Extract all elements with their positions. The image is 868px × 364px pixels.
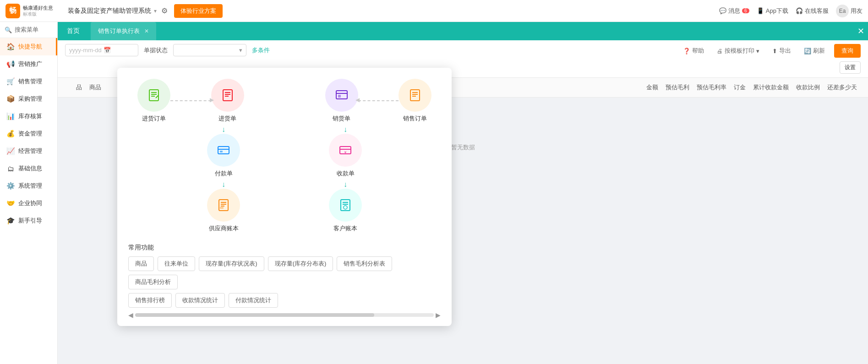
top-right: 💬 消息 6 📱 App下载 🎧 在线客服 Ea 用友 — [719, 5, 863, 17]
supplier-ledger-icon — [207, 189, 240, 222]
scroll-track[interactable] — [135, 313, 434, 317]
arrow-down-sb: ↓ — [329, 125, 362, 134]
enterprise-icon: 🤝 — [6, 199, 15, 207]
receipt-icon: ¥ — [329, 134, 362, 167]
func-btn-goods[interactable]: 商品 — [128, 256, 154, 271]
scroll-right-btn[interactable]: ▶ — [436, 311, 441, 319]
node-sales-order[interactable]: 销售订单 — [399, 79, 431, 123]
arrow-down-rec: ↓ — [329, 180, 362, 189]
sales-icon: 🛒 — [6, 77, 15, 86]
purchase-bill-icon — [211, 79, 244, 112]
basic-icon: 🗂 — [6, 164, 15, 173]
dropdown-icon[interactable]: ▾ — [154, 8, 157, 14]
func-btn-contacts[interactable]: 往来单位 — [158, 256, 195, 271]
scroll-left-btn[interactable]: ◀ — [128, 311, 133, 319]
system-title: 装备及固定资产辅助管理系统 ▾ — [68, 7, 157, 15]
logo-text: 畅康通好生意 标准版 — [23, 5, 53, 17]
payment-icon — [207, 134, 240, 167]
tab-bar-close-icon[interactable]: ✕ — [857, 26, 864, 36]
sidebar-item-operation[interactable]: 📈 经营管理 — [0, 142, 57, 160]
sidebar-item-inventory[interactable]: 📊 库存核算 — [0, 108, 57, 125]
down-arrows-row1: ↓ ↓ — [128, 125, 441, 134]
sidebar-item-marketing[interactable]: 📢 营销推广 — [0, 55, 57, 73]
svg-rect-21 — [219, 200, 228, 211]
node-receipt[interactable]: ¥ 收款单 — [329, 134, 362, 178]
sidebar-item-basic[interactable]: 🗂 基础信息 — [0, 160, 57, 177]
popup-dialog: 进货订单 ▶ — [117, 68, 452, 326]
func-buttons-row1: 商品 往来单位 现存量(库存状况表) 现存量(库存分布表) 销售毛利分析表 商品… — [128, 256, 441, 289]
sales-order-icon — [399, 79, 431, 112]
sidebar-item-finance[interactable]: 💰 资金管理 — [0, 125, 57, 142]
customer-ledger-icon — [329, 189, 362, 222]
node-supplier-ledger[interactable]: 供应商账本 — [207, 189, 240, 233]
purchase-order-icon — [137, 79, 170, 112]
svg-rect-25 — [220, 207, 224, 209]
user-avatar: Ea — [836, 5, 849, 17]
finance-icon: 💰 — [6, 130, 15, 138]
overlay[interactable]: 进货订单 ▶ — [58, 40, 868, 364]
logo-icon: 畅 — [5, 4, 20, 18]
tab-close-icon[interactable]: ✕ — [144, 28, 149, 34]
system-icon: ⚙️ — [6, 182, 15, 190]
page-content: yyyy-mm-dd 📅 单据状态 ▾ 多条件 ❓ — [58, 40, 868, 364]
guide-icon: 🎓 — [6, 217, 15, 225]
purchase-icon: 📦 — [6, 95, 15, 103]
node-purchase-order[interactable]: 进货订单 — [137, 79, 170, 123]
search-menu-button[interactable]: 🔍 快捷导航 搜索菜单 — [0, 22, 57, 38]
func-btn-receipt-stat[interactable]: 收款情况统计 — [175, 293, 225, 308]
node-customer-ledger[interactable]: 客户账本 — [329, 189, 362, 233]
sidebar-item-quick[interactable]: 🏠 快捷导航 — [0, 38, 57, 55]
common-functions-title: 常用功能 — [128, 244, 441, 252]
svg-rect-15 — [218, 147, 229, 154]
online-service-button[interactable]: 🎧 在线客服 — [796, 7, 829, 15]
scroll-thumb — [135, 313, 374, 317]
func-btn-sales-rank[interactable]: 销售排行榜 — [128, 293, 172, 308]
inventory-icon: 📊 — [6, 112, 15, 120]
func-btn-goods-gross[interactable]: 商品毛利分析 — [128, 275, 178, 289]
arrow-so-to-sb: ◀ — [358, 100, 399, 101]
message-button[interactable]: 💬 消息 6 — [719, 7, 749, 15]
app-download-button[interactable]: 📱 App下载 — [757, 7, 788, 15]
svg-rect-4 — [223, 90, 232, 101]
flow-row3: 供应商账本 客户账本 — [128, 189, 441, 233]
sidebar-item-system[interactable]: ⚙️ 系统管理 — [0, 177, 57, 195]
flow-row2: 付款单 ¥ 收款单 — [128, 134, 441, 178]
settings-icon[interactable]: ⚙ — [161, 6, 168, 15]
func-buttons-row2: 销售排行榜 收款情况统计 付款情况统计 — [128, 293, 441, 308]
tab-sales-order[interactable]: 销售订单执行表 ✕ — [91, 22, 156, 40]
operation-icon: 📈 — [6, 147, 15, 155]
sidebar-item-enterprise[interactable]: 🤝 企业协同 — [0, 195, 57, 212]
node-purchase-bill[interactable]: 进货单 — [211, 79, 244, 123]
svg-point-29 — [344, 206, 347, 209]
func-btn-stock-dist[interactable]: 现存量(库存分布表) — [268, 256, 333, 271]
svg-rect-8 — [336, 91, 347, 99]
sidebar-item-sales[interactable]: 🛒 销售管理 — [0, 73, 57, 90]
try-button[interactable]: 体验行业方案 — [174, 4, 223, 18]
tab-bar: 首页 销售订单执行表 ✕ ✕ — [58, 22, 868, 40]
user-area[interactable]: Ea 用友 — [836, 5, 863, 17]
func-btn-stock-status[interactable]: 现存量(库存状况表) — [199, 256, 264, 271]
svg-rect-10 — [338, 95, 341, 98]
svg-rect-11 — [410, 90, 420, 101]
down-arrows-row2: ↓ ↓ — [128, 180, 441, 189]
message-badge: 6 — [742, 8, 749, 13]
func-btn-payment-stat[interactable]: 付款情况统计 — [229, 293, 278, 308]
quick-icon: 🏠 — [6, 43, 15, 51]
arrow-po-to-pb: ▶ — [170, 100, 211, 101]
sidebar: 🔍 快捷导航 搜索菜单 🏠 快捷导航 📢 营销推广 🛒 销售管理 📦 采购管理 — [0, 22, 58, 364]
func-btn-sales-gross[interactable]: 销售毛利分析表 — [337, 256, 392, 271]
arrow-down-pb: ↓ — [207, 125, 240, 134]
scroll-bar-area: ◀ ▶ — [128, 311, 441, 319]
node-sales-bill[interactable]: 销货单 — [325, 79, 358, 123]
tab-home[interactable]: 首页 — [58, 22, 89, 40]
svg-rect-0 — [149, 90, 158, 101]
svg-rect-17 — [220, 151, 223, 152]
message-icon: 💬 — [719, 7, 726, 14]
sidebar-item-purchase[interactable]: 📦 采购管理 — [0, 90, 57, 108]
arrow-down-pay: ↓ — [207, 180, 240, 189]
sidebar-item-guide[interactable]: 🎓 新手引导 — [0, 212, 57, 229]
flow-diagram: 进货订单 ▶ — [128, 79, 441, 240]
search-icon: 🔍 — [5, 27, 12, 33]
node-payment[interactable]: 付款单 — [207, 134, 240, 178]
content-area: 首页 销售订单执行表 ✕ ✕ yyyy-mm-dd 📅 — [58, 22, 868, 364]
